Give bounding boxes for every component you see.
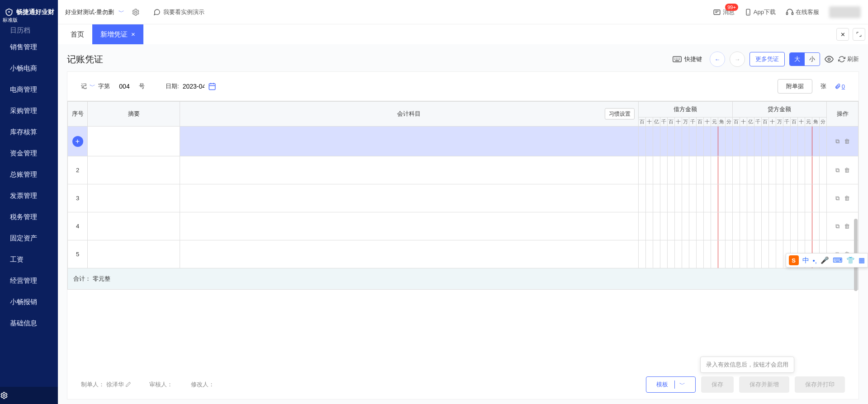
digit-cell[interactable] xyxy=(783,212,790,240)
digit-cell[interactable] xyxy=(682,184,689,212)
digit-cell[interactable] xyxy=(682,156,689,184)
summary-cell[interactable] xyxy=(88,212,180,240)
digit-cell[interactable] xyxy=(660,240,667,268)
digit-cell[interactable] xyxy=(761,156,768,184)
sidebar-item-purchase[interactable]: 采购管理 xyxy=(0,100,58,122)
digit-cell[interactable] xyxy=(696,184,703,212)
digit-cell[interactable] xyxy=(768,127,776,156)
calendar-icon[interactable] xyxy=(208,82,216,90)
digit-cell[interactable] xyxy=(812,184,819,212)
digit-cell[interactable] xyxy=(740,127,747,156)
digit-cell[interactable] xyxy=(725,212,732,240)
messages-button[interactable]: 消息 99+ xyxy=(713,8,735,16)
digit-cell[interactable] xyxy=(761,184,768,212)
digit-cell[interactable] xyxy=(674,156,682,184)
delete-row-icon[interactable]: 🗑 xyxy=(844,138,850,145)
digit-cell[interactable] xyxy=(696,212,703,240)
settings-icon[interactable] xyxy=(132,8,140,16)
more-vouchers-button[interactable]: 更多凭证 xyxy=(749,52,785,66)
digit-cell[interactable] xyxy=(645,127,653,156)
prev-button[interactable]: ← xyxy=(710,52,725,67)
digit-cell[interactable] xyxy=(645,240,653,268)
chevron-down-icon[interactable]: ﹀ xyxy=(674,381,685,389)
digit-cell[interactable] xyxy=(696,156,703,184)
add-row-button[interactable]: + xyxy=(72,136,83,147)
digit-cell[interactable] xyxy=(805,212,812,240)
copy-row-icon[interactable]: ⧉ xyxy=(835,167,840,174)
summary-cell[interactable] xyxy=(88,240,180,268)
digit-cell[interactable] xyxy=(790,184,797,212)
digit-cell[interactable] xyxy=(732,212,740,240)
habit-settings-button[interactable]: 习惯设置 xyxy=(605,108,635,120)
digit-cell[interactable] xyxy=(638,212,645,240)
digit-cell[interactable] xyxy=(812,156,819,184)
digit-cell[interactable] xyxy=(645,156,653,184)
digit-cell[interactable] xyxy=(776,156,783,184)
size-toggle[interactable]: 大 小 xyxy=(789,52,820,66)
digit-cell[interactable] xyxy=(674,127,682,156)
sidebar-item-inventory[interactable]: 库存核算 xyxy=(0,122,58,143)
sidebar-item-assets[interactable]: 固定资产 xyxy=(0,228,58,249)
digit-cell[interactable] xyxy=(711,212,718,240)
digit-cell[interactable] xyxy=(682,240,689,268)
digit-cell[interactable] xyxy=(732,184,740,212)
digit-cell[interactable] xyxy=(653,156,660,184)
digit-cell[interactable] xyxy=(740,212,747,240)
sidebar-item-invoice[interactable]: 发票管理 xyxy=(0,185,58,207)
digit-cell[interactable] xyxy=(689,184,696,212)
sidebar-item-basic[interactable]: 基础信息 xyxy=(0,313,58,334)
digit-cell[interactable] xyxy=(754,127,761,156)
digit-cell[interactable] xyxy=(768,184,776,212)
digit-cell[interactable] xyxy=(660,184,667,212)
digit-cell[interactable] xyxy=(660,212,667,240)
digit-cell[interactable] xyxy=(790,156,797,184)
digit-cell[interactable] xyxy=(747,156,754,184)
digit-cell[interactable] xyxy=(761,127,768,156)
delete-row-icon[interactable]: 🗑 xyxy=(844,167,850,174)
voucher-number-input[interactable] xyxy=(114,83,135,90)
sidebar-settings[interactable] xyxy=(0,387,58,404)
digit-cell[interactable] xyxy=(776,184,783,212)
subject-cell[interactable] xyxy=(180,127,639,156)
digit-cell[interactable] xyxy=(732,127,740,156)
digit-cell[interactable] xyxy=(645,184,653,212)
digit-cell[interactable] xyxy=(740,156,747,184)
voucher-date-input[interactable] xyxy=(183,83,204,90)
ime-keyboard-icon[interactable]: ⌨ xyxy=(833,256,843,264)
digit-cell[interactable] xyxy=(703,156,711,184)
digit-cell[interactable] xyxy=(667,184,674,212)
table-row[interactable]: 4⧉🗑 xyxy=(68,212,859,240)
table-row[interactable]: 2⧉🗑 xyxy=(68,156,859,184)
sidebar-item-tax[interactable]: 税务管理 xyxy=(0,207,58,228)
digit-cell[interactable] xyxy=(718,240,725,268)
digit-cell[interactable] xyxy=(747,127,754,156)
digit-cell[interactable] xyxy=(783,156,790,184)
digit-cell[interactable] xyxy=(797,212,805,240)
demo-link[interactable]: 我要看实例演示 xyxy=(153,8,204,16)
microphone-icon[interactable]: 🎤 xyxy=(821,256,829,264)
digit-cell[interactable] xyxy=(703,212,711,240)
sidebar-item-salary[interactable]: 工资 xyxy=(0,249,58,270)
copy-row-icon[interactable]: ⧉ xyxy=(835,223,840,230)
digit-cell[interactable] xyxy=(754,240,761,268)
ime-toolbar[interactable]: S 中 •, 🎤 ⌨ 👕 ▦ xyxy=(786,253,868,268)
digit-cell[interactable] xyxy=(776,127,783,156)
preview-button[interactable] xyxy=(825,55,834,64)
digit-cell[interactable] xyxy=(718,156,725,184)
summary-input[interactable] xyxy=(90,128,178,153)
digit-cell[interactable] xyxy=(638,184,645,212)
org-picker[interactable]: 好业财测试-量勿删 ﹀ xyxy=(65,8,124,16)
digit-cell[interactable] xyxy=(812,127,819,156)
summary-cell[interactable] xyxy=(88,156,180,184)
next-button[interactable]: → xyxy=(730,52,745,67)
tab-home[interactable]: 首页 xyxy=(62,24,92,44)
digit-cell[interactable] xyxy=(754,156,761,184)
digit-cell[interactable] xyxy=(747,184,754,212)
table-row[interactable]: 5⧉🗑 xyxy=(68,240,859,268)
digit-cell[interactable] xyxy=(797,127,805,156)
digit-cell[interactable] xyxy=(696,240,703,268)
digit-cell[interactable] xyxy=(754,184,761,212)
voucher-type-picker[interactable]: 记 ﹀ 字第 xyxy=(81,82,110,90)
digit-cell[interactable] xyxy=(797,184,805,212)
digit-cell[interactable] xyxy=(667,212,674,240)
